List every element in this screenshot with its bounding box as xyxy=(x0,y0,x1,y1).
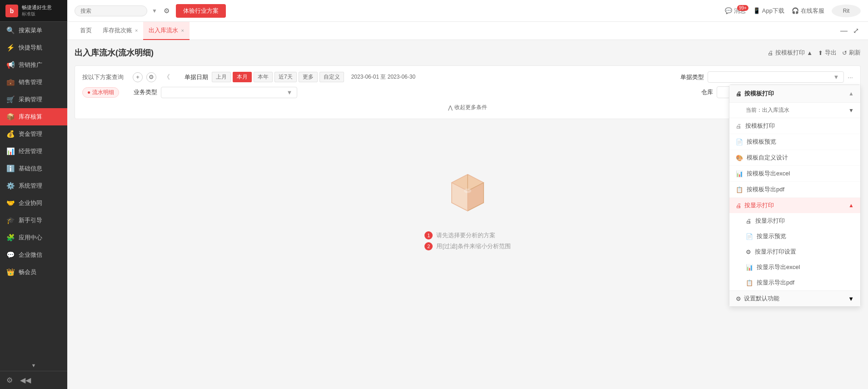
quick-filter-chip[interactable]: ● 流水明细 xyxy=(82,87,119,98)
filter-add-button[interactable]: + xyxy=(133,72,143,82)
date-7days[interactable]: 近7天 xyxy=(274,72,297,82)
sidebar-item-operation[interactable]: 📊 经营管理 xyxy=(0,143,67,160)
topbar-search-dropdown[interactable]: ▼ xyxy=(152,8,157,14)
date-custom[interactable]: 自定义 xyxy=(319,72,344,82)
tab-flow-label: 出入库流水 xyxy=(149,26,178,35)
tab-batch[interactable]: 库存批次账 × xyxy=(97,22,143,40)
sidebar-item-apps[interactable]: 🧩 应用中心 xyxy=(0,229,67,246)
dropdown-item-display-preview[interactable]: 📄 按显示预览 xyxy=(729,229,860,244)
refresh-button[interactable]: ↺ 刷新 xyxy=(842,49,861,57)
tab-minimize-button[interactable]: — xyxy=(838,25,849,37)
filter-collapse-icon[interactable]: 《 xyxy=(164,73,170,81)
dropdown-item-template-design[interactable]: 🎨 模板自定义设计 xyxy=(729,150,860,166)
filter-icons: + ⚙ xyxy=(133,72,156,82)
dropdown-item-template-pdf[interactable]: 📋 按模板导出pdf xyxy=(729,182,860,198)
tab-home[interactable]: 首页 xyxy=(75,22,97,40)
dropdown-footer-label: ⚙ 设置默认功能 xyxy=(736,294,779,303)
dropdown-item-display-settings[interactable]: ⚙ 按显示打印设置 xyxy=(729,244,860,259)
vip-icon: 👑 xyxy=(6,268,15,276)
date-this-month[interactable]: 本月 xyxy=(233,72,252,82)
sidebar-item-sales[interactable]: 💼 销售管理 xyxy=(0,74,67,91)
system-icon: ⚙️ xyxy=(6,182,15,190)
sidebar-item-guide[interactable]: 🎓 新手引导 xyxy=(0,212,67,229)
sidebar-item-label: 基础信息 xyxy=(19,165,42,173)
user-avatar[interactable]: Rit xyxy=(832,5,861,17)
sidebar-item-label: 系统管理 xyxy=(19,182,42,190)
sidebar-item-purchase[interactable]: 🛒 采购管理 xyxy=(0,91,67,108)
sidebar-scroll-down[interactable]: ▼ xyxy=(0,360,67,371)
sidebar-item-inventory[interactable]: 📦 库存核算 xyxy=(0,108,67,125)
empty-step-2: 2 用[过滤]条件来缩小分析范围 xyxy=(424,242,510,250)
collapse-filter-button[interactable]: ⋀ 收起更多条件 xyxy=(448,102,487,113)
dropdown-footer-chevron: ▼ xyxy=(848,295,854,302)
sidebar-item-label: 销售管理 xyxy=(19,78,42,86)
dropdown-header-title: 🖨 按模板打印 xyxy=(736,90,774,98)
date-this-year[interactable]: 本年 xyxy=(254,72,273,82)
topbar-search-input[interactable] xyxy=(75,5,147,16)
footer-settings-icon[interactable]: ⚙ xyxy=(6,376,13,384)
empty-steps: 1 请先选择要分析的方案 2 用[过滤]条件来缩小分析范围 xyxy=(424,231,510,253)
message-icon: 💬 xyxy=(725,7,732,14)
date-more[interactable]: 更多 xyxy=(299,72,318,82)
main-container: ▼ ⚙ 体验行业方案 💬 消息 99+ 📱 App下载 🎧 在线客服 Rit xyxy=(67,0,868,389)
display-print-icon: 🖨 xyxy=(746,218,752,224)
quick-filter-label: 流水明细 xyxy=(92,89,114,96)
settings-default-icon: ⚙ xyxy=(736,295,741,302)
sidebar-item-system[interactable]: ⚙️ 系统管理 xyxy=(0,177,67,194)
print-chevron-icon: ▲ xyxy=(807,50,813,56)
template-print-icon: 🖨 xyxy=(736,123,742,130)
tab-flow-close[interactable]: × xyxy=(181,28,184,33)
sidebar-item-vip[interactable]: 👑 畅会员 xyxy=(0,264,67,281)
page-title: 出入库流水(流水明细) xyxy=(75,47,154,58)
dropdown-item-display-excel[interactable]: 📊 按显示导出excel xyxy=(729,259,860,275)
sidebar-item-wechat[interactable]: 💬 企业微信 xyxy=(0,246,67,264)
page-content: 出入库流水(流水明细) 🖨 按模板打印 ▲ ⬆ 导出 ↺ 刷新 xyxy=(67,40,868,389)
purchase-icon: 🛒 xyxy=(6,95,15,104)
dropdown-item-template-print[interactable]: 🖨 按模板打印 xyxy=(729,118,860,134)
topbar-online-service[interactable]: 🎧 在线客服 xyxy=(792,7,824,15)
topbar: ▼ ⚙ 体验行业方案 💬 消息 99+ 📱 App下载 🎧 在线客服 Rit xyxy=(67,0,868,22)
sidebar-item-label: 企业微信 xyxy=(19,251,42,259)
dropdown-display-section-header[interactable]: 🖨 按显示打印 ▲ xyxy=(729,198,860,213)
footer-collapse-icon[interactable]: ◀◀ xyxy=(20,376,31,384)
topbar-gear-icon[interactable]: ⚙ xyxy=(164,7,170,15)
sidebar-item-label: 新手引导 xyxy=(19,216,42,224)
dropdown-item-display-print[interactable]: 🖨 按显示打印 xyxy=(729,213,860,229)
biz-type-select[interactable]: ▼ xyxy=(161,87,297,98)
filter-settings-button[interactable]: ⚙ xyxy=(146,72,156,82)
page-title-row: 出入库流水(流水明细) 🖨 按模板打印 ▲ ⬆ 导出 ↺ 刷新 xyxy=(75,47,861,58)
quicknav-icon: ⚡ xyxy=(6,44,15,52)
tab-expand-button[interactable]: ⤢ xyxy=(851,25,861,37)
display-section-icon: 🖨 xyxy=(736,202,742,209)
doc-type-select[interactable]: ▼ xyxy=(708,71,844,83)
dropdown-footer[interactable]: ⚙ 设置默认功能 ▼ xyxy=(729,290,860,306)
export-button[interactable]: ⬆ 导出 xyxy=(818,49,837,57)
dropdown-panel: 🖨 按模板打印 ▲ 当前：出入库流水 ▼ 🖨 按模板打印 📄 按模板预览 🎨 xyxy=(729,85,861,307)
doc-type-more-icon[interactable]: ··· xyxy=(848,74,853,81)
dropdown-item-display-pdf[interactable]: 📋 按显示导出pdf xyxy=(729,275,860,290)
sidebar-item-finance[interactable]: 💰 资金管理 xyxy=(0,125,67,143)
sidebar-item-quicknav[interactable]: ⚡ 快捷导航 xyxy=(0,39,67,56)
sidebar-item-search[interactable]: 🔍 搜索菜单 xyxy=(0,22,67,39)
dropdown-item-template-excel[interactable]: 📊 按模板导出excel xyxy=(729,166,860,182)
warehouse-label: 仓库 xyxy=(701,88,713,96)
dropdown-header-chevron[interactable]: ▲ xyxy=(848,90,854,97)
tab-batch-close[interactable]: × xyxy=(135,28,138,33)
dropdown-item-template-preview[interactable]: 📄 按模板预览 xyxy=(729,134,860,150)
app-edition: 标准版 xyxy=(22,11,52,17)
display-preview-icon: 📄 xyxy=(746,233,753,240)
trial-button[interactable]: 体验行业方案 xyxy=(176,4,226,18)
sidebar-item-collab[interactable]: 🤝 企业协同 xyxy=(0,194,67,212)
tab-flow[interactable]: 出入库流水 × xyxy=(143,22,189,40)
sidebar-item-basic[interactable]: ℹ️ 基础信息 xyxy=(0,160,67,177)
date-last-month[interactable]: 上月 xyxy=(212,72,231,82)
inventory-icon: 📦 xyxy=(6,113,15,121)
display-section-chevron: ▲ xyxy=(848,202,854,209)
topbar-app-download[interactable]: 📱 App下载 xyxy=(753,7,784,15)
template-excel-icon: 📊 xyxy=(736,170,743,177)
doc-type-chevron: ▼ xyxy=(833,74,839,80)
sidebar-item-marketing[interactable]: 📢 营销推广 xyxy=(0,56,67,74)
tabbar-controls: — ⤢ xyxy=(838,25,861,37)
print-button[interactable]: 🖨 按模板打印 ▲ xyxy=(768,49,813,57)
topbar-message[interactable]: 💬 消息 99+ xyxy=(725,7,746,15)
